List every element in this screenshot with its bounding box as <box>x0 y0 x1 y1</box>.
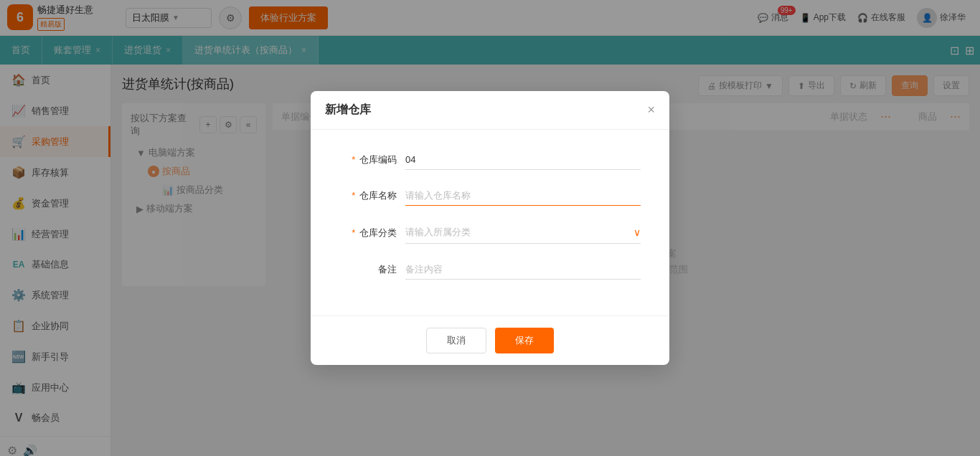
modal-body: * 仓库编码 * 仓库名称 * 仓库分类 请输入所属 <box>311 130 669 315</box>
category-dropdown-icon: ∨ <box>633 227 641 238</box>
name-label: * 仓库名称 <box>339 189 397 202</box>
save-button[interactable]: 保存 <box>495 328 554 353</box>
required-star: * <box>352 154 355 165</box>
category-select[interactable]: 请输入所属分类 ∨ <box>405 222 641 244</box>
required-star-name: * <box>352 190 355 201</box>
category-label: * 仓库分类 <box>339 227 397 239</box>
add-warehouse-modal: 新增仓库 × * 仓库编码 * 仓库名称 <box>311 91 669 365</box>
code-input[interactable] <box>405 150 641 170</box>
modal-title: 新增仓库 <box>325 103 371 118</box>
form-row-code: * 仓库编码 <box>339 150 641 170</box>
modal-footer: 取消 保存 <box>311 315 669 365</box>
note-label: 备注 <box>339 263 397 276</box>
cancel-button[interactable]: 取消 <box>426 328 486 353</box>
required-star-cat: * <box>352 227 355 238</box>
modal-header: 新增仓库 × <box>311 91 669 130</box>
name-input[interactable] <box>405 186 641 206</box>
form-row-category: * 仓库分类 请输入所属分类 ∨ <box>339 222 641 244</box>
form-row-note: 备注 <box>339 260 641 280</box>
modal-overlay: 新增仓库 × * 仓库编码 * 仓库名称 <box>0 0 980 456</box>
code-label: * 仓库编码 <box>339 153 397 166</box>
modal-close-icon[interactable]: × <box>647 103 655 118</box>
category-placeholder: 请输入所属分类 <box>405 226 471 239</box>
note-input[interactable] <box>405 260 641 280</box>
form-row-name: * 仓库名称 <box>339 186 641 206</box>
